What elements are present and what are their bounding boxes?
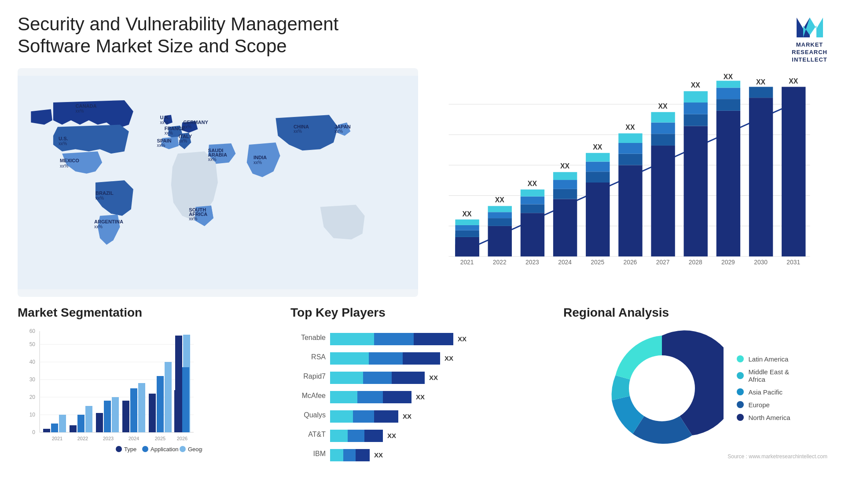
header: Security and Vulnerability Management So…: [0, 0, 845, 68]
svg-rect-57: [521, 196, 544, 204]
north-america-label: North America: [748, 414, 790, 421]
latin-america-dot: [737, 355, 744, 362]
svg-text:XX: XX: [528, 180, 537, 187]
svg-rect-80: [651, 134, 675, 146]
svg-text:XX: XX: [445, 354, 453, 362]
svg-point-150: [142, 446, 148, 452]
svg-text:xx%: xx%: [75, 109, 84, 113]
svg-text:xx%: xx%: [183, 124, 191, 129]
svg-text:xx%: xx%: [60, 163, 68, 168]
svg-rect-55: [521, 213, 544, 256]
svg-rect-68: [586, 172, 610, 183]
svg-rect-122: [70, 425, 77, 432]
svg-rect-76: [618, 133, 642, 143]
europe-label: Europe: [748, 401, 769, 409]
world-map: CANADA xx% U.S. xx% MEXICO xx% BRAZIL xx…: [18, 68, 418, 297]
svg-rect-101: [782, 87, 805, 256]
svg-rect-85: [684, 126, 708, 256]
svg-text:xx%: xx%: [157, 143, 165, 148]
svg-text:IBM: IBM: [313, 450, 326, 457]
europe-dot: [737, 401, 744, 408]
latin-america-label: Latin America: [748, 355, 788, 363]
svg-text:Tenable: Tenable: [301, 334, 326, 341]
svg-rect-126: [96, 413, 103, 432]
svg-rect-172: [330, 391, 357, 403]
svg-text:Application: Application: [151, 446, 179, 453]
svg-text:XX: XX: [625, 124, 635, 131]
svg-text:xx%: xx%: [96, 196, 104, 201]
svg-rect-73: [618, 165, 642, 256]
svg-text:XX: XX: [593, 143, 603, 151]
svg-rect-132: [138, 383, 145, 432]
svg-rect-44: [455, 230, 479, 237]
svg-text:XX: XX: [429, 374, 438, 381]
svg-rect-130: [122, 401, 129, 432]
page-title: Security and Vulnerability Management So…: [18, 13, 414, 58]
svg-text:Geography: Geography: [188, 446, 202, 453]
svg-text:XX: XX: [403, 413, 411, 420]
svg-rect-119: [51, 424, 58, 432]
svg-rect-50: [488, 218, 512, 226]
svg-text:2022: 2022: [493, 259, 507, 266]
svg-text:McAfee: McAfee: [302, 392, 326, 399]
legend-europe: Europe: [737, 401, 790, 409]
svg-rect-63: [553, 180, 577, 189]
svg-rect-62: [553, 189, 577, 199]
svg-text:ARGENTINA: ARGENTINA: [94, 219, 123, 224]
svg-text:AT&T: AT&T: [308, 431, 326, 438]
svg-text:2030: 2030: [754, 259, 768, 266]
svg-rect-124: [85, 406, 92, 432]
svg-text:50: 50: [29, 341, 36, 347]
svg-rect-82: [651, 112, 675, 122]
svg-text:U.S.: U.S.: [59, 136, 68, 141]
svg-text:2024: 2024: [558, 259, 572, 266]
svg-text:2021: 2021: [52, 436, 62, 441]
svg-text:Type: Type: [124, 446, 136, 453]
svg-rect-51: [488, 212, 512, 218]
svg-rect-120: [59, 415, 66, 432]
svg-text:CANADA: CANADA: [75, 103, 96, 109]
svg-text:xx%: xx%: [254, 160, 262, 164]
svg-text:2021: 2021: [460, 259, 474, 266]
svg-rect-144: [174, 390, 181, 432]
svg-rect-98: [749, 87, 773, 98]
svg-text:xx%: xx%: [208, 157, 217, 162]
svg-text:2029: 2029: [721, 259, 735, 266]
svg-rect-94: [716, 80, 740, 88]
svg-text:2022: 2022: [77, 436, 88, 441]
regional-legend: Latin America Middle East &Africa Asia P…: [737, 355, 790, 421]
legend-asia-pacific: Asia Pacific: [737, 388, 790, 396]
svg-rect-92: [716, 99, 740, 111]
svg-text:xx%: xx%: [59, 141, 67, 146]
main-content: CANADA xx% U.S. xx% MEXICO xx% BRAZIL xx…: [0, 68, 845, 306]
players-section: Top Key Players Tenable XX RSA XX Rapid7…: [290, 306, 555, 469]
svg-text:Rapid7: Rapid7: [303, 373, 326, 380]
players-chart-svg: Tenable XX RSA XX Rapid7 XX McAfee XX: [290, 327, 537, 467]
svg-rect-81: [651, 122, 675, 134]
svg-rect-46: [455, 219, 479, 225]
svg-text:XX: XX: [789, 77, 798, 84]
segmentation-section: Market Segmentation 0 10 20 30 40 50 60 …: [18, 306, 282, 469]
svg-text:RSA: RSA: [311, 353, 326, 361]
middle-east-label: Middle East &Africa: [748, 368, 789, 383]
players-title: Top Key Players: [290, 306, 555, 320]
svg-text:XX: XX: [560, 162, 570, 170]
svg-rect-182: [330, 430, 348, 442]
svg-rect-118: [43, 429, 50, 432]
svg-rect-69: [586, 161, 610, 172]
svg-text:2023: 2023: [103, 436, 114, 441]
svg-rect-88: [684, 91, 708, 102]
svg-text:2031: 2031: [786, 259, 800, 266]
svg-text:XX: XX: [463, 210, 472, 218]
svg-rect-91: [716, 111, 740, 256]
svg-rect-67: [586, 183, 610, 256]
svg-rect-74: [618, 153, 642, 165]
svg-text:2026: 2026: [177, 436, 187, 441]
logo-area: MARKETRESEARCHINTELLECT: [792, 13, 827, 64]
map-section: CANADA xx% U.S. xx% MEXICO xx% BRAZIL xx…: [18, 68, 418, 297]
svg-rect-167: [330, 372, 363, 384]
svg-rect-58: [521, 189, 544, 196]
middle-east-dot: [737, 372, 744, 379]
donut-container: Latin America Middle East &Africa Asia P…: [563, 327, 827, 450]
svg-rect-87: [684, 102, 708, 114]
